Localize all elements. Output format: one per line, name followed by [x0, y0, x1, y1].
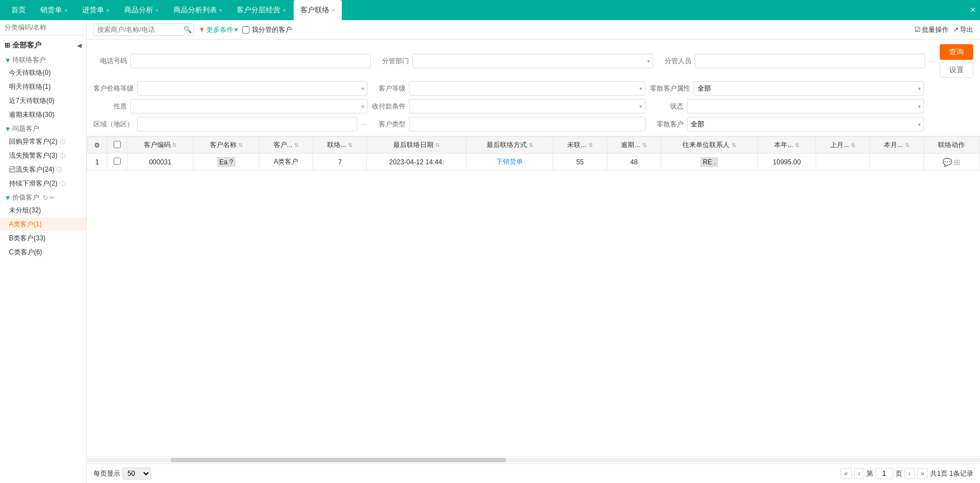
next-page-button[interactable]: ›: [904, 468, 915, 479]
my-customers-checkbox-label[interactable]: 我分管的客户: [242, 25, 292, 35]
person-label: 分管人员: [658, 56, 691, 66]
col-customer-name[interactable]: 客户名称 ⇅: [193, 137, 259, 154]
filter-retail-attr: 零散客户属性 全部是否 ▾: [650, 81, 924, 96]
sidebar-item-unclassified[interactable]: 未分组(32): [0, 203, 86, 217]
col-settings[interactable]: ⚙: [87, 137, 107, 154]
customer-name-tag: Ea ?: [217, 157, 235, 167]
dept-select[interactable]: 部门A部门B: [412, 54, 653, 68]
sidebar-item-continuous-decline[interactable]: 持续下滑客户(2) ⓘ: [0, 177, 86, 191]
customer-type-input[interactable]: [409, 117, 646, 131]
col-no-contact[interactable]: 未联... ⇅: [553, 137, 607, 154]
sidebar-problem-customers-header: ▼ 问题客户: [0, 122, 86, 135]
grid-icon[interactable]: ⊞: [954, 158, 960, 167]
col-overdue[interactable]: 逾期... ⇅: [607, 137, 661, 154]
dots-icon[interactable]: ···: [929, 56, 935, 65]
col-contact-count[interactable]: 联络... ⇅: [313, 137, 367, 154]
sort-icon: ⇅: [851, 142, 855, 148]
more-filters-button[interactable]: ▼ 更多条件 ▾: [199, 25, 238, 35]
page-size-select[interactable]: 20 50 100 200: [123, 467, 151, 480]
cell-checkbox[interactable]: [107, 154, 128, 171]
phone-input[interactable]: [130, 54, 371, 68]
query-button[interactable]: 查询: [940, 44, 973, 60]
col-customer-code[interactable]: 客户编码 ⇅: [128, 137, 194, 154]
last-page-button[interactable]: »: [917, 468, 929, 479]
table-row: 1 000031 Ea ? A类客户 7 2023-04-12 14:44: 下…: [87, 154, 980, 171]
nav-item-customer-seg[interactable]: 客户分层经营 ×: [230, 0, 293, 20]
message-icon[interactable]: 💬: [943, 158, 952, 167]
sidebar-item-repurchase-abnormal[interactable]: 回购异常客户(2) ⓘ: [0, 135, 86, 149]
sidebar-item-class-b[interactable]: B类客户(33): [0, 231, 86, 245]
page-number-input[interactable]: [875, 468, 893, 479]
batch-ops-button[interactable]: ☑ 批量操作: [915, 25, 949, 35]
scrollbar-track[interactable]: [87, 458, 980, 462]
price-level-select[interactable]: 等级1等级2: [137, 81, 368, 96]
close-icon[interactable]: ×: [332, 7, 335, 13]
my-customers-checkbox[interactable]: [242, 26, 249, 34]
retail-select[interactable]: 全部是否: [687, 117, 924, 131]
close-icon[interactable]: ×: [219, 7, 223, 13]
sidebar-item-class-a[interactable]: A类客户(1): [0, 217, 86, 231]
sidebar-item-week[interactable]: 近7天待联络(0): [0, 94, 86, 108]
sidebar-item-class-c[interactable]: C类客户(6): [0, 245, 86, 259]
nav-item-customer-contact[interactable]: 客户联络 ×: [294, 0, 342, 20]
help-icon: ⓘ: [60, 152, 65, 160]
col-last-contact-method[interactable]: 最后联络方式 ⇅: [467, 137, 553, 154]
cell-no-contact: 55: [553, 154, 607, 171]
first-page-button[interactable]: «: [840, 468, 852, 479]
retail-attr-select[interactable]: 全部是否: [694, 81, 924, 96]
nav-item-analysis-list[interactable]: 商品分析列表 ×: [167, 0, 229, 20]
sidebar-item-today[interactable]: 今天待联络(0): [0, 66, 86, 80]
status-select[interactable]: 启用停用: [687, 99, 924, 113]
prev-page-button[interactable]: ‹: [854, 468, 864, 479]
payment-select[interactable]: 预付月结: [409, 99, 646, 113]
nature-select-wrapper: 批发零售 ▾: [130, 99, 368, 113]
last-contact-method-link[interactable]: 下销货单: [496, 158, 523, 165]
sidebar-item-overdue[interactable]: 逾期未联络(30): [0, 108, 86, 122]
search-icon[interactable]: 🔍: [183, 26, 192, 34]
export-icon: ↗: [953, 26, 959, 34]
col-customer-level[interactable]: 客户... ⇅: [259, 137, 313, 154]
search-input[interactable]: [97, 26, 181, 34]
col-checkbox[interactable]: [107, 137, 128, 154]
dots-icon[interactable]: ···: [361, 120, 368, 129]
nav-item-sales[interactable]: 销货单 ×: [34, 0, 74, 20]
cell-customer-code: 000031: [128, 154, 194, 171]
filter-price-level: 客户价格等级 等级1等级2 ▾: [93, 81, 368, 96]
edit-icon[interactable]: ✏: [49, 194, 55, 202]
sidebar-content: ⊞ 全部客户 ◀ ▼ 待联络客户 今天待联络(0) 明天待联络(1) 近7天待联…: [0, 35, 86, 262]
close-icon[interactable]: ×: [156, 7, 159, 13]
customer-level-select[interactable]: A类B类C类: [409, 81, 646, 96]
person-input[interactable]: [695, 54, 926, 68]
row-checkbox[interactable]: [114, 158, 121, 165]
sidebar-item-lost[interactable]: 已流失客户(24) ⓘ: [0, 163, 86, 177]
col-company-contact[interactable]: 往来单位联系人 ⇅: [661, 137, 758, 154]
sort-icon: ⇅: [588, 142, 593, 148]
total-records-label: 共1页 1条记录: [930, 469, 973, 479]
region-input[interactable]: [137, 117, 357, 131]
refresh-icon[interactable]: ↻: [43, 194, 48, 202]
toolbar: 🔍 ▼ 更多条件 ▾ 我分管的客户 ☑ 批量操作 ↗ 导出: [87, 20, 980, 40]
col-last-month[interactable]: 上月... ⇅: [816, 137, 869, 154]
close-icon[interactable]: ×: [106, 7, 110, 13]
col-last-contact-date[interactable]: 最后联络日期 ⇅: [367, 137, 467, 154]
sidebar-item-loss-predicted[interactable]: 流失预警客户(3) ⓘ: [0, 149, 86, 163]
collapse-icon[interactable]: ◀: [77, 42, 82, 49]
sidebar-search-input[interactable]: [4, 23, 87, 31]
nature-select[interactable]: 批发零售: [130, 99, 368, 113]
nav-item-analysis[interactable]: 商品分析 ×: [117, 0, 166, 20]
close-icon[interactable]: ×: [282, 7, 286, 13]
close-all-button[interactable]: ×: [970, 5, 976, 15]
nav-item-purchase[interactable]: 进货单 ×: [76, 0, 116, 20]
export-button[interactable]: ↗ 导出: [953, 25, 973, 35]
col-current-year[interactable]: 本年... ⇅: [758, 137, 816, 154]
close-icon[interactable]: ×: [64, 7, 68, 13]
sidebar-all-customers[interactable]: ⊞ 全部客户 ◀: [0, 37, 86, 53]
select-all-checkbox[interactable]: [114, 141, 121, 148]
settings-icon[interactable]: ⚙: [94, 141, 100, 149]
settings-button[interactable]: 设置: [940, 62, 973, 78]
nav-item-home[interactable]: 首页: [4, 0, 32, 20]
scrollbar-thumb[interactable]: [171, 458, 506, 462]
col-this-month[interactable]: 本月... ⇅: [870, 137, 924, 154]
pagination: « ‹ 第 页 › » 共1页 1条记录: [840, 468, 973, 479]
sidebar-item-tomorrow[interactable]: 明天待联络(1): [0, 80, 86, 94]
